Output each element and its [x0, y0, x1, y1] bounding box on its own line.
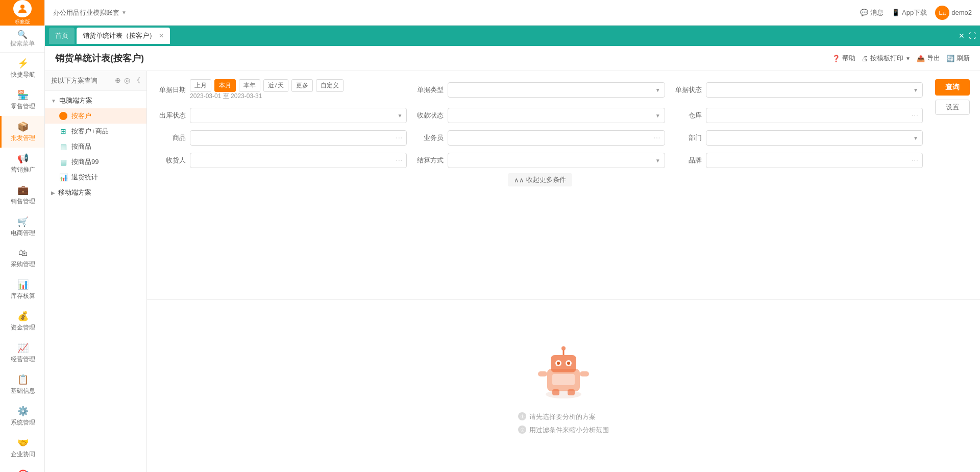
- consignee-select[interactable]: ···: [190, 153, 407, 168]
- sidebar-item-quick-nav[interactable]: ⚡ 快捷导航: [0, 53, 44, 84]
- sidebar-item-sales[interactable]: 💼 销售管理: [0, 179, 44, 211]
- warehouse-dots-icon[interactable]: ···: [912, 111, 918, 120]
- department-select[interactable]: ▼: [706, 130, 923, 146]
- date-btn-last-7-days[interactable]: 近7天: [263, 79, 288, 92]
- scheme-item-by-goods-99[interactable]: ▦ 按商品99: [45, 154, 146, 170]
- scheme-settings-icon[interactable]: ◎: [124, 76, 130, 85]
- sidebar-item-finance[interactable]: 💰 资金管理: [0, 305, 44, 337]
- newbie-icon: 🎯: [17, 469, 29, 472]
- receive-status-select[interactable]: ▼: [448, 108, 665, 123]
- quick-nav-icon: ⚡: [17, 58, 29, 69]
- desktop-group-arrow-icon: ▼: [51, 98, 56, 104]
- scheme-item-return-stats[interactable]: 📊 退货统计: [45, 170, 146, 185]
- date-btn-current-month[interactable]: 本月: [214, 79, 236, 92]
- scheme-group-desktop-header[interactable]: ▼ 电脑端方案: [45, 93, 146, 108]
- scheme-item-by-customer[interactable]: 按客户: [45, 108, 146, 124]
- collapse-button[interactable]: ∧∧ 收起更多条件: [508, 173, 572, 186]
- top-header: 办公用品行业模拟账套 ▼ 💬 消息 📱 App下载 Ea demo2: [45, 0, 980, 26]
- content-area: 按以下方案查询 ⊕ ◎ 《 ▼ 电脑端方案: [45, 71, 980, 472]
- print-icon: 🖨: [862, 55, 868, 62]
- svg-rect-13: [568, 389, 575, 395]
- page-title-bar: 销货单统计表(按客户) ❓ 帮助 🖨 按模板打印 ▼ 📤 导出: [45, 46, 980, 71]
- salesperson-dots-icon[interactable]: ···: [653, 133, 660, 143]
- brand-select[interactable]: ···: [706, 153, 923, 168]
- marketing-icon: 📢: [17, 153, 29, 164]
- sidebar-item-basic[interactable]: 📋 基础信息: [0, 369, 44, 400]
- right-panel: 单据日期 上月 本月 本年 近7天 更多: [147, 71, 980, 472]
- date-btn-more[interactable]: 更多: [291, 79, 313, 92]
- ecommerce-icon: 🛒: [17, 216, 29, 227]
- sidebar-item-purchase[interactable]: 🛍 采购管理: [0, 243, 44, 274]
- help-button[interactable]: ❓ 帮助: [832, 54, 855, 63]
- consignee-dots-icon[interactable]: ···: [396, 156, 402, 165]
- goods-dots-icon[interactable]: ···: [396, 133, 402, 143]
- app-download-icon: 📱: [892, 9, 900, 16]
- query-button[interactable]: 查询: [935, 79, 970, 96]
- doc-status-label: 单据状态: [673, 85, 702, 95]
- sidebar-item-enterprise[interactable]: 🤝 企业协同: [0, 432, 44, 464]
- scheme-add-icon[interactable]: ⊕: [115, 76, 121, 85]
- system-icon: ⚙️: [17, 406, 29, 417]
- by-goods-icon: ▦: [59, 143, 67, 151]
- tab-close-icon[interactable]: ✕: [159, 32, 164, 39]
- by-goods-label: 按商品: [71, 142, 91, 151]
- return-stats-icon: 📊: [59, 173, 67, 181]
- settings-button[interactable]: 设置: [935, 100, 970, 115]
- settlement-select[interactable]: ▼: [448, 153, 665, 168]
- tab-home[interactable]: 首页: [49, 28, 75, 44]
- scheme-item-by-customer-goods[interactable]: ⊞ 按客户+商品: [45, 124, 146, 139]
- goods-select[interactable]: ···: [190, 130, 407, 146]
- scheme-item-by-goods[interactable]: ▦ 按商品: [45, 139, 146, 154]
- industry-selector[interactable]: 办公用品行业模拟账套 ▼: [53, 8, 127, 17]
- date-buttons: 上月 本月 本年 近7天 更多 自定义: [190, 79, 407, 92]
- sidebar-wholesale-label: 批发管理: [11, 134, 35, 143]
- date-btn-custom[interactable]: 自定义: [316, 79, 344, 92]
- sidebar-item-ecommerce[interactable]: 🛒 电商管理: [0, 211, 44, 243]
- sidebar-item-newbie[interactable]: 🎯 新手引导: [0, 464, 44, 472]
- svg-point-0: [20, 5, 24, 9]
- filter-row-2: 出库状态 ▼ 收款状态: [157, 108, 923, 123]
- message-label: 消息: [870, 8, 884, 17]
- export-icon: 📤: [917, 55, 925, 62]
- page-actions: ❓ 帮助 🖨 按模板打印 ▼ 📤 导出 🔄 刷新: [832, 54, 970, 63]
- sidebar-item-inventory[interactable]: 📊 库存核算: [0, 274, 44, 305]
- empty-tip-2: ② 用过滤条件来缩小分析范围: [518, 426, 609, 435]
- export-button[interactable]: 📤 导出: [917, 54, 940, 63]
- salesperson-select[interactable]: ···: [448, 130, 665, 146]
- app-download-button[interactable]: 📱 App下载: [892, 8, 927, 17]
- warehouse-select[interactable]: ···: [706, 108, 923, 123]
- brand-dots-icon[interactable]: ···: [912, 156, 918, 165]
- scheme-group-mobile-header[interactable]: ▶ 移动端方案: [45, 185, 146, 200]
- sidebar-item-wholesale[interactable]: 📦 批发管理: [0, 116, 44, 148]
- scheme-panel-title: 按以下方案查询: [51, 76, 97, 85]
- doc-status-arrow-icon: ▼: [913, 87, 918, 93]
- date-btn-last-month[interactable]: 上月: [190, 79, 211, 92]
- user-profile[interactable]: Ea demo2: [935, 6, 972, 20]
- receive-status-label: 收款状态: [415, 111, 444, 120]
- filter-cell-date: 单据日期 上月 本月 本年 近7天 更多: [157, 79, 407, 101]
- doc-status-select[interactable]: ▼: [706, 82, 923, 98]
- empty-tips: ① 请先选择要分析的方案 ② 用过滤条件来缩小分析范围: [518, 412, 609, 439]
- tab-sales-report[interactable]: 销货单统计表（按客户） ✕: [77, 28, 170, 44]
- by-customer-goods-icon: ⊞: [59, 127, 67, 135]
- doc-type-select[interactable]: ▼: [448, 82, 665, 98]
- page-inner: 销货单统计表(按客户) ❓ 帮助 🖨 按模板打印 ▼ 📤 导出: [45, 46, 980, 472]
- scheme-tree: ▼ 电脑端方案 按客户 ⊞ 按客户+商品: [45, 91, 146, 202]
- scheme-group-mobile: ▶ 移动端方案: [45, 185, 146, 200]
- sidebar-search-item[interactable]: 🔍 搜索菜单: [0, 26, 44, 53]
- filter-cell-brand: 品牌 ···: [673, 153, 923, 168]
- message-button[interactable]: 💬 消息: [860, 8, 884, 17]
- print-button[interactable]: 🖨 按模板打印 ▼: [862, 54, 911, 63]
- sidebar-item-marketing[interactable]: 📢 营销推广: [0, 148, 44, 179]
- mobile-group-label: 移动端方案: [58, 188, 91, 197]
- maximize-window-icon[interactable]: ⛶: [969, 32, 976, 40]
- scheme-collapse-icon[interactable]: 《: [133, 76, 140, 85]
- sidebar-item-system[interactable]: ⚙️ 系统管理: [0, 400, 44, 432]
- date-btn-current-year[interactable]: 本年: [239, 79, 260, 92]
- close-window-icon[interactable]: ✕: [959, 32, 965, 40]
- sidebar-item-operations[interactable]: 📈 经营管理: [0, 337, 44, 369]
- out-status-select[interactable]: ▼: [190, 108, 407, 123]
- sidebar-item-retail[interactable]: 🏪 零售管理: [0, 84, 44, 116]
- query-btn-area: 查询 设置: [935, 79, 970, 115]
- refresh-button[interactable]: 🔄 刷新: [946, 54, 970, 63]
